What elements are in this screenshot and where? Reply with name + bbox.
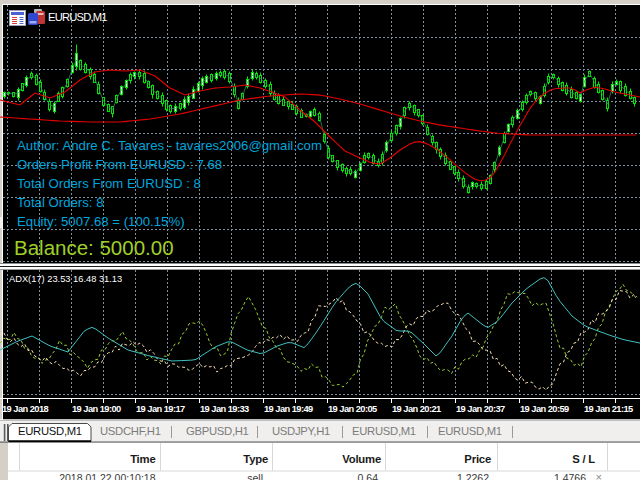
svg-text:2018.01.22 00:10:18: 2018.01.22 00:10:18 xyxy=(59,472,156,480)
svg-text:19 Jan 20:21: 19 Jan 20:21 xyxy=(392,404,441,414)
svg-text:0.64: 0.64 xyxy=(358,472,379,480)
svg-text:19 Jan 19:33: 19 Jan 19:33 xyxy=(200,404,249,414)
svg-text:Time: Time xyxy=(130,453,155,465)
svg-text:sell: sell xyxy=(247,472,263,480)
svg-text:19 Jan 20:05: 19 Jan 20:05 xyxy=(328,404,377,414)
svg-text:Equity: 5007.68 = (100.15%): Equity: 5007.68 = (100.15%) xyxy=(17,214,185,229)
svg-text:19 Jan 20:59: 19 Jan 20:59 xyxy=(520,404,569,414)
svg-text:EURUSD,M1: EURUSD,M1 xyxy=(18,425,82,437)
svg-text:GBPUSD,H1: GBPUSD,H1 xyxy=(186,425,249,437)
svg-text:USDJPY,H1: USDJPY,H1 xyxy=(272,425,330,437)
svg-text:1.4766: 1.4766 xyxy=(554,472,586,480)
svg-text:USDCHF,H1: USDCHF,H1 xyxy=(100,425,161,437)
svg-text:ADX(17) 23.53 16.48 31.13: ADX(17) 23.53 16.48 31.13 xyxy=(9,274,122,284)
svg-text:19 Jan 21:15: 19 Jan 21:15 xyxy=(584,404,633,414)
svg-text:19 Jan 19:17: 19 Jan 19:17 xyxy=(136,404,185,414)
svg-text:Price: Price xyxy=(464,453,491,465)
svg-text:×: × xyxy=(596,471,602,480)
svg-text:Total Orders From EURUSD : 8: Total Orders From EURUSD : 8 xyxy=(17,176,201,191)
svg-text:Volume: Volume xyxy=(342,453,381,465)
svg-text:EURUSD,M1: EURUSD,M1 xyxy=(438,425,502,437)
svg-text:19 Jan 19:49: 19 Jan 19:49 xyxy=(264,404,313,414)
svg-text:1.2262: 1.2262 xyxy=(457,472,489,480)
svg-text:19 Jan 19:00: 19 Jan 19:00 xyxy=(72,404,121,414)
svg-text:S / L: S / L xyxy=(572,453,595,465)
svg-text:Type: Type xyxy=(243,453,268,465)
svg-text:EURUSD,M1: EURUSD,M1 xyxy=(48,11,107,23)
svg-text:Total Orders: 8: Total Orders: 8 xyxy=(17,195,103,210)
svg-text:19 Jan 2018: 19 Jan 2018 xyxy=(2,404,49,414)
svg-text:19 Jan 20:37: 19 Jan 20:37 xyxy=(456,404,505,414)
svg-text:Orders Profit From EURUSD : 7.: Orders Profit From EURUSD : 7.68 xyxy=(17,157,222,172)
svg-text:Balance: 5000.00: Balance: 5000.00 xyxy=(14,236,174,259)
svg-text:Author: Andre C. Tavares - tav: Author: Andre C. Tavares - tavares2006@g… xyxy=(17,138,322,153)
svg-text:EURUSD,M1: EURUSD,M1 xyxy=(352,425,416,437)
